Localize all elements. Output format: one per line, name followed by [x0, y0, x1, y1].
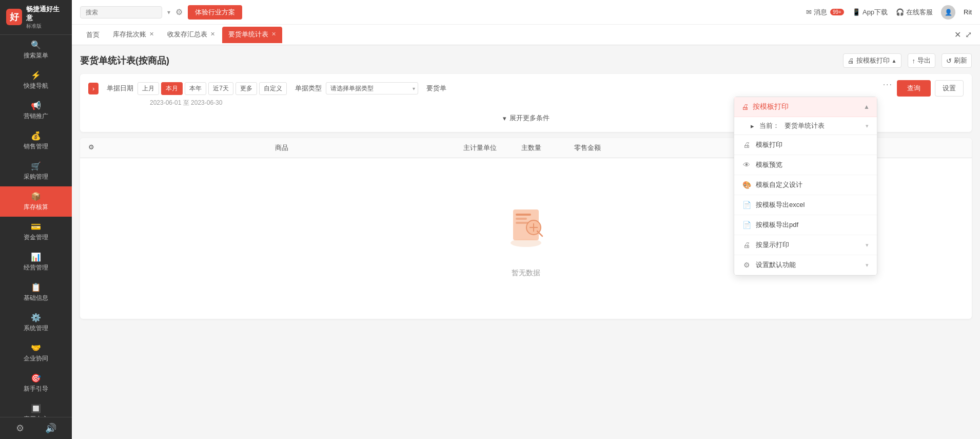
sidebar-item-marketing[interactable]: 📢 营销推广 — [0, 96, 72, 126]
refresh-button[interactable]: ↺ 刷新 — [942, 53, 972, 68]
page-content: 要货单统计表(按商品) 🖨 按模板打印 ▲ ↑ 导出 ↺ 刷新 — [72, 45, 980, 439]
display-print-label: 按显示打印 — [756, 240, 789, 250]
tab-inventory-batch-close[interactable]: ✕ — [149, 31, 154, 37]
sidebar-item-operation[interactable]: 📊 经营管理 — [0, 247, 72, 277]
tab-bar: 首页 库存批次账 ✕ 收发存汇总表 ✕ 要货单统计表 ✕ ✕ ⤢ — [72, 25, 980, 45]
col-product: 商品 — [109, 143, 454, 152]
app-download-group[interactable]: 📱 App下载 — [852, 8, 888, 17]
audio-icon[interactable]: 🔊 — [45, 423, 56, 434]
dropdown-arrow[interactable]: ▾ — [167, 9, 170, 16]
print-dropdown-panel: 🖨 按模板打印 ▲ ▸ 当前： 要货单统计表 ▾ 🖨 模板打印 👁 模板预览 — [734, 97, 877, 276]
dropdown-item-template-preview[interactable]: 👁 模板预览 — [734, 155, 877, 175]
refresh-icon: ↺ — [946, 57, 952, 65]
tab-receipt-summary[interactable]: 收发存汇总表 ✕ — [161, 27, 221, 43]
type-select[interactable]: 请选择单据类型 — [326, 82, 418, 94]
query-button[interactable]: 查询 — [897, 80, 931, 97]
order-filter: 要货单 — [426, 84, 446, 93]
date-btn-this-month[interactable]: 本月 — [161, 82, 183, 95]
sidebar-item-search[interactable]: 🔍 搜索菜单 — [0, 35, 72, 65]
arrow-icon: › — [92, 85, 94, 92]
date-btn-last-month[interactable]: 上月 — [138, 82, 159, 95]
filter-action-btns: ··· 查询 设置 — [883, 80, 964, 97]
tab-order-stats[interactable]: 要货单统计表 ✕ — [222, 27, 282, 43]
export-button[interactable]: ↑ 导出 — [908, 53, 936, 68]
search-input[interactable] — [80, 6, 162, 18]
sidebar-item-apps[interactable]: 🔲 应用中心 — [0, 398, 72, 417]
settings-button[interactable]: 设置 — [935, 80, 964, 97]
empty-illustration — [500, 199, 552, 260]
sidebar-item-shortcut[interactable]: ⚡ 快捷导航 — [0, 65, 72, 96]
trial-button[interactable]: 体验行业方案 — [188, 5, 242, 20]
date-btn-more[interactable]: 更多 — [236, 82, 257, 95]
default-setting-arrow: ▾ — [866, 262, 869, 269]
export-icon: ↑ — [912, 57, 916, 65]
current-icon: ▸ — [751, 122, 754, 130]
print-dropdown-trigger[interactable]: 🖨 按模板打印 ▲ — [843, 53, 901, 68]
current-prefix: 当前： — [759, 121, 779, 130]
date-btn-this-year[interactable]: 本年 — [185, 82, 206, 95]
dropdown-item-export-pdf[interactable]: 📄 按模板导出pdf — [734, 215, 877, 235]
order-filter-label: 要货单 — [426, 84, 446, 93]
tab-home[interactable]: 首页 — [80, 27, 106, 43]
dropdown-title: 按模板打印 — [753, 102, 789, 111]
sidebar-item-system[interactable]: ⚙️ 系统管理 — [0, 308, 72, 338]
topbar-left: ▾ ⚙ 体验行业方案 — [80, 5, 242, 20]
close-window-icon[interactable]: ✕ — [954, 30, 961, 40]
settings-icon[interactable]: ⚙ — [16, 423, 24, 434]
template-design-icon: 🎨 — [742, 181, 751, 189]
messages-group[interactable]: ✉ 消息 99+ — [806, 8, 844, 17]
settings-icon[interactable]: ⚙ — [175, 7, 183, 17]
current-template-label[interactable]: ▸ 当前： 要货单统计表 ▾ — [734, 117, 877, 135]
display-print-left: 🖨 按显示打印 — [742, 240, 789, 250]
sidebar-item-collab[interactable]: 🤝 企业协同 — [0, 338, 72, 368]
online-service-label: 在线客服 — [906, 8, 933, 17]
topbar: ▾ ⚙ 体验行业方案 ✉ 消息 99+ 📱 App下载 🎧 在线客服 👤 Rit — [72, 0, 980, 25]
type-filter-label: 单据类型 — [295, 84, 322, 93]
export-pdf-label: 按模板导出pdf — [756, 220, 798, 230]
date-btn-custom[interactable]: 自定义 — [259, 82, 287, 95]
username[interactable]: Rit — [964, 8, 972, 16]
tab-order-stats-close[interactable]: ✕ — [271, 31, 276, 37]
svg-rect-2 — [516, 214, 531, 216]
sidebar-item-label: 库存核算 — [24, 203, 48, 212]
sidebar-item-label: 系统管理 — [24, 324, 48, 333]
dropdown-item-display-print[interactable]: 🖨 按显示打印 ▾ — [734, 235, 877, 255]
tab-receipt-summary-close[interactable]: ✕ — [210, 31, 215, 37]
display-print-icon: 🖨 — [742, 241, 751, 249]
sidebar-item-finance[interactable]: 💳 资金管理 — [0, 217, 72, 247]
sidebar-item-label: 基础信息 — [24, 294, 48, 302]
inventory-icon: 📦 — [31, 192, 41, 201]
sidebar-item-sales[interactable]: 💰 销售管理 — [0, 126, 72, 156]
app-subtitle: 标准版 — [26, 23, 66, 29]
tab-inventory-batch[interactable]: 库存批次账 ✕ — [107, 27, 160, 43]
purchase-icon: 🛒 — [31, 161, 41, 171]
template-preview-icon: 👁 — [742, 161, 751, 169]
empty-text: 暂无数据 — [512, 269, 540, 278]
more-options-icon[interactable]: ··· — [883, 80, 893, 97]
expand-window-icon[interactable]: ⤢ — [965, 30, 972, 40]
sidebar-item-guide[interactable]: 🎯 新手引导 — [0, 368, 72, 398]
date-btn-7days[interactable]: 近7天 — [208, 82, 233, 95]
shortcut-icon: ⚡ — [31, 70, 41, 80]
phone-icon: 📱 — [852, 8, 860, 16]
print-chevron-icon: ▲ — [892, 58, 897, 64]
dropdown-item-template-design[interactable]: 🎨 模板自定义设计 — [734, 175, 877, 195]
dropdown-item-default-setting[interactable]: ⚙ 设置默认功能 ▾ — [734, 255, 877, 275]
messages-label: 消息 — [814, 8, 827, 17]
dropdown-header[interactable]: 🖨 按模板打印 ▲ — [734, 97, 877, 117]
sidebar-item-inventory[interactable]: 📦 库存核算 — [0, 186, 72, 217]
dropdown-item-export-excel[interactable]: 📄 按模板导出excel — [734, 195, 877, 215]
expand-icon: ▾ — [503, 114, 506, 122]
sidebar-item-purchase[interactable]: 🛒 采购管理 — [0, 156, 72, 186]
sidebar-item-basic[interactable]: 📋 基础信息 — [0, 277, 72, 308]
online-service-group[interactable]: 🎧 在线客服 — [896, 8, 933, 17]
basic-icon: 📋 — [31, 282, 41, 292]
dropdown-item-template-print[interactable]: 🖨 模板打印 — [734, 135, 877, 155]
filter-row-1: › 单据日期 上月 本月 本年 近7天 更多 自定义 单据类型 — [88, 80, 964, 97]
col-unit: 主计量单位 — [454, 143, 505, 152]
col-settings[interactable]: ⚙ — [88, 143, 109, 152]
template-design-label: 模板自定义设计 — [756, 180, 802, 189]
default-setting-label: 设置默认功能 — [756, 260, 796, 270]
filter-expand-icon[interactable]: › — [88, 83, 99, 94]
user-avatar[interactable]: 👤 — [941, 5, 955, 20]
